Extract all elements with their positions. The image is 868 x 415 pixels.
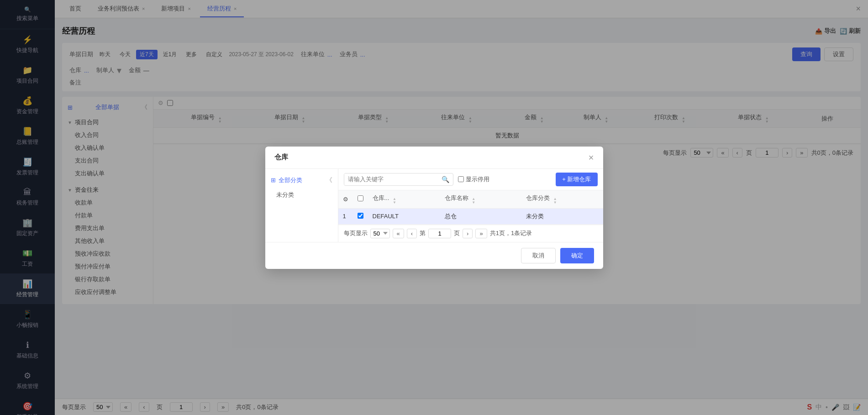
modal-search-button[interactable]: 🔍 [438, 173, 453, 185]
modal-close-button[interactable]: × [589, 153, 594, 162]
modal-per-page-select[interactable]: 50 [370, 229, 390, 238]
modal-page-last[interactable]: » [475, 229, 487, 238]
modal-col-code: 仓库... ▲▼ [368, 190, 440, 209]
modal-page-prev[interactable]: ‹ [407, 229, 417, 238]
show-disabled-checkbox[interactable] [458, 176, 464, 182]
modal-table-header: ⚙ 仓库... ▲▼ 仓库名称 [338, 190, 603, 209]
modal-left-header: ⊞ 全部分类 《 [265, 173, 338, 188]
modal-table-wrap: ⚙ 仓库... ▲▼ 仓库名称 [338, 190, 603, 225]
modal-row-name: 总仓 [440, 208, 521, 224]
modal-search-box: 🔍 [344, 173, 453, 186]
grid-icon-modal: ⊞ [271, 177, 276, 184]
modal-title: 仓库 [274, 153, 288, 162]
modal-overlay: 仓库 × ⊞ 全部分类 《 未分类 🔍 [0, 0, 868, 415]
modal-per-page-label: 每页显示 [344, 229, 368, 237]
modal-left-panel: ⊞ 全部分类 《 未分类 [265, 169, 338, 242]
modal-header: 仓库 × [265, 147, 603, 169]
modal-row-code: DEFAULT [368, 208, 440, 224]
modal-right-panel: 🔍 显示停用 + 新增仓库 ⚙ [338, 169, 603, 242]
add-warehouse-button[interactable]: + 新增仓库 [556, 173, 597, 186]
modal-col-check [353, 190, 368, 209]
confirm-button[interactable]: 确定 [560, 248, 594, 263]
modal-toolbar: 🔍 显示停用 + 新增仓库 [338, 169, 603, 190]
modal-search-input[interactable] [344, 173, 438, 185]
modal-body: ⊞ 全部分类 《 未分类 🔍 显示停用 [265, 169, 603, 242]
modal-row-checkbox[interactable] [358, 213, 363, 219]
modal-footer: 取消 确定 [265, 242, 603, 269]
modal-col-gear: ⚙ [338, 190, 353, 209]
modal-page-end: 页 [454, 229, 460, 237]
modal-row-check [353, 208, 368, 224]
modal-left-collapse[interactable]: 《 [326, 176, 332, 184]
show-disabled-text: 显示停用 [466, 175, 489, 184]
modal-page-input[interactable] [428, 229, 451, 238]
modal-page-next[interactable]: › [463, 229, 473, 238]
modal-page-first[interactable]: « [393, 229, 404, 238]
modal-table-row[interactable]: 1 DEFAULT 总仓 未分类 [338, 208, 603, 224]
modal-row-index: 1 [338, 208, 353, 224]
modal-pagination: 每页显示 50 « ‹ 第 页 › » 共1页，1条记录 [338, 225, 603, 242]
cancel-button[interactable]: 取消 [521, 248, 556, 263]
modal-col-name: 仓库名称 ▲▼ [440, 190, 521, 209]
show-disabled-label: 显示停用 [458, 175, 489, 184]
warehouse-modal: 仓库 × ⊞ 全部分类 《 未分类 🔍 [265, 147, 603, 269]
modal-all-category[interactable]: 全部分类 [279, 176, 302, 184]
modal-left-uncategorized[interactable]: 未分类 [265, 188, 338, 202]
modal-select-all[interactable] [358, 195, 363, 201]
modal-col-category: 仓库分类 ▲▼ [521, 190, 603, 209]
modal-table: ⚙ 仓库... ▲▼ 仓库名称 [338, 190, 603, 225]
modal-row-category: 未分类 [521, 208, 603, 224]
modal-page-label: 第 [420, 229, 426, 237]
modal-total: 共1页，1条记录 [490, 229, 532, 237]
